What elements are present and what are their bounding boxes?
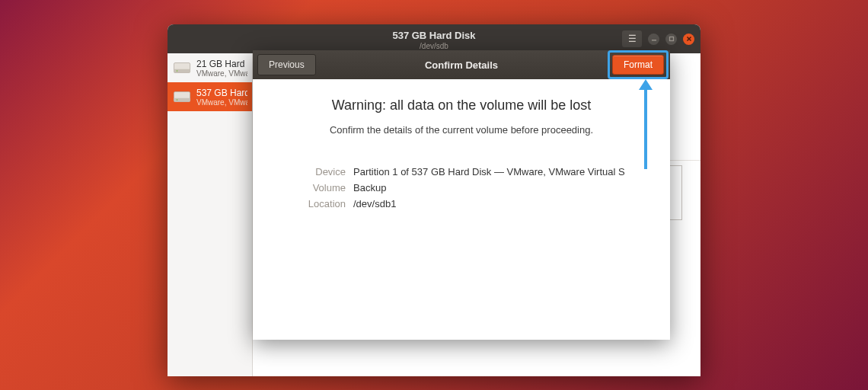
menu-icon: ☰ <box>628 34 637 44</box>
menu-button[interactable]: ☰ <box>622 30 642 47</box>
svg-rect-6 <box>174 98 190 102</box>
titlebar-controls: ☰ <box>622 30 694 47</box>
titlebar: 537 GB Hard Disk /dev/sdb ☰ <box>168 24 700 53</box>
value-device: Partition 1 of 537 GB Hard Disk — VMware… <box>353 166 647 177</box>
warning-subtext: Confirm the details of the current volum… <box>276 124 647 136</box>
drive-harddisk-icon <box>172 87 192 107</box>
window-title: 537 GB Hard Disk <box>392 30 475 41</box>
minimize-icon <box>651 36 657 42</box>
sidebar-item-label: 21 GB Hard D <box>196 59 247 69</box>
sidebar-item-text: 537 GB Hard VMware, VMwa <box>196 88 247 107</box>
warning-heading: Warning: all data on the volume will be … <box>276 98 647 113</box>
maximize-icon <box>669 36 675 42</box>
svg-point-4 <box>177 70 178 72</box>
format-button-label: Format <box>624 59 653 70</box>
sidebar-item-label: 537 GB Hard <box>196 88 247 98</box>
label-volume: Volume <box>276 182 346 193</box>
dialog-header: Previous Confirm Details Format <box>253 50 670 79</box>
value-volume: Backup <box>353 182 647 193</box>
details-grid: Device Partition 1 of 537 GB Hard Disk —… <box>276 166 647 209</box>
label-device: Device <box>276 166 346 177</box>
minimize-button[interactable] <box>648 34 659 45</box>
format-button[interactable]: Format <box>612 55 664 75</box>
dialog-body: Warning: all data on the volume will be … <box>253 79 670 340</box>
window-subtitle: /dev/sdb <box>420 42 448 50</box>
maximize-button[interactable] <box>665 34 677 45</box>
svg-rect-1 <box>669 37 673 41</box>
close-button[interactable] <box>683 34 694 45</box>
sidebar-item-sublabel: VMware, VMwa <box>196 69 247 78</box>
svg-point-7 <box>177 99 178 101</box>
sidebar-item-disk-1[interactable]: 537 GB Hard VMware, VMwa <box>168 82 252 111</box>
format-confirm-dialog: Previous Confirm Details Format Warning:… <box>253 50 670 340</box>
dialog-title: Confirm Details <box>425 59 498 71</box>
previous-button-label: Previous <box>269 59 305 70</box>
close-icon <box>686 36 692 42</box>
svg-rect-0 <box>652 40 656 41</box>
value-location: /dev/sdb1 <box>353 198 647 209</box>
sidebar-item-sublabel: VMware, VMwa <box>196 98 247 107</box>
previous-button[interactable]: Previous <box>257 54 316 75</box>
label-location: Location <box>276 198 346 209</box>
drive-harddisk-icon <box>172 58 192 78</box>
disk-sidebar: 21 GB Hard D VMware, VMwa 537 GB Hard VM… <box>168 53 253 376</box>
svg-rect-3 <box>174 69 190 73</box>
format-button-highlight: Format <box>608 50 669 79</box>
sidebar-item-text: 21 GB Hard D VMware, VMwa <box>196 59 247 78</box>
sidebar-item-disk-0[interactable]: 21 GB Hard D VMware, VMwa <box>168 53 252 82</box>
